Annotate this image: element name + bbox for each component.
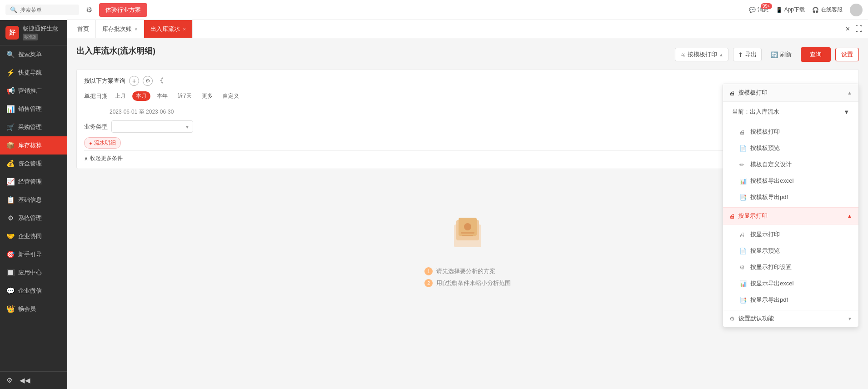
tab-home[interactable]: 首页 xyxy=(71,20,96,38)
content-area: 首页 库存批次账 × 出入库流水 × × ⛶ 出入库流水(流水明细) xyxy=(67,20,868,389)
date-option-more[interactable]: 更多 xyxy=(198,91,216,101)
display-section-icon: 🖨 xyxy=(729,213,735,219)
dropdown-header-text: 按模板打印 xyxy=(738,89,768,97)
app-download-icon: 📱 xyxy=(776,7,783,13)
dropdown-template-print[interactable]: 🖨 按模板打印 xyxy=(723,124,858,140)
purchase-icon: 🛒 xyxy=(6,123,15,131)
tab-inventory-batch-close[interactable]: × xyxy=(135,26,137,32)
template-print-icon: 🖨 xyxy=(739,129,747,135)
tab-inventory-flow-close[interactable]: × xyxy=(183,26,185,32)
tab-inventory-batch-label: 库存批次账 xyxy=(102,25,132,33)
tab-home-label: 首页 xyxy=(77,25,89,33)
display-settings-label: 按显示打印设置 xyxy=(750,263,792,271)
display-excel-label: 按显示导出excel xyxy=(750,279,793,288)
sidebar-item-members[interactable]: 👑 畅会员 xyxy=(0,300,67,318)
dropdown-template-custom[interactable]: ✏ 模板自定义设计 xyxy=(723,156,858,173)
search-menu-icon: 🔍 xyxy=(6,50,15,59)
sidebar-item-enterprise-wechat[interactable]: 💬 企业微信 xyxy=(0,282,67,300)
sidebar-item-label: 营销推广 xyxy=(18,87,42,95)
sidebar-item-label: 搜索菜单 xyxy=(18,50,42,59)
sidebar: 好 畅捷通好生意 标准版 🔍 搜索菜单 ⚡ 快捷导航 📢 营销推广 📊 销售管理 xyxy=(0,20,67,389)
sidebar-item-purchase[interactable]: 🛒 采购管理 xyxy=(0,118,67,136)
date-option-current-month[interactable]: 本月 xyxy=(132,91,150,101)
collapse-more-label: 收起更多条件 xyxy=(90,155,123,162)
sidebar-settings-icon[interactable]: ⚙ xyxy=(6,376,12,384)
date-option-last-month[interactable]: 上月 xyxy=(111,91,130,101)
template-excel-label: 按模板导出excel xyxy=(750,177,793,185)
sidebar-item-label: 企业微信 xyxy=(18,287,42,295)
tab-expand-icon[interactable]: ⛶ xyxy=(853,23,864,35)
display-section-text: 按显示打印 xyxy=(738,212,768,220)
sidebar-item-inventory[interactable]: 📦 库存核算 xyxy=(0,136,67,155)
filter-tag-flow: ● 流水明细 xyxy=(84,137,121,149)
filter-tag-icon: ● xyxy=(89,140,92,146)
dropdown-display-export-excel[interactable]: 📊 按显示导出excel xyxy=(723,275,858,292)
sidebar-item-basic[interactable]: 📋 基础信息 xyxy=(0,191,67,209)
print-button[interactable]: 🖨 按模板打印 ▲ xyxy=(675,48,728,61)
topbar-gear-button[interactable]: ⚙ xyxy=(83,4,95,16)
tab-close-all-icon[interactable]: × xyxy=(844,23,852,35)
sidebar-item-cooperation[interactable]: 🤝 企业协同 xyxy=(0,227,67,245)
main-layout: 好 畅捷通好生意 标准版 🔍 搜索菜单 ⚡ 快捷导航 📢 营销推广 📊 销售管理 xyxy=(0,20,868,389)
dropdown-footer-settings[interactable]: ⚙ 设置默认功能 ▼ xyxy=(723,310,858,327)
dropdown-current-item[interactable]: 当前：出入库流水 ▼ xyxy=(723,104,858,120)
message-button[interactable]: 💬 消息 99+ xyxy=(749,6,768,14)
date-option-custom[interactable]: 自定义 xyxy=(219,91,243,101)
dropdown-template-export-pdf[interactable]: 📑 按模板导出pdf xyxy=(723,189,858,205)
template-preview-icon: 📄 xyxy=(739,145,747,152)
sidebar-item-finance[interactable]: 💰 资金管理 xyxy=(0,155,67,173)
operation-icon: 📈 xyxy=(6,178,15,186)
app-center-icon: 🔲 xyxy=(6,269,15,277)
sidebar-item-sales[interactable]: 📊 销售管理 xyxy=(0,100,67,118)
inventory-icon: 📦 xyxy=(6,141,15,150)
sidebar-item-quick-nav[interactable]: ⚡ 快捷导航 xyxy=(0,64,67,82)
dropdown-current-sub: 当前：出入库流水 ▼ xyxy=(723,102,858,122)
dropdown-header[interactable]: 🖨 按模板打印 ▲ xyxy=(723,84,858,102)
dropdown-display-preview[interactable]: 📄 按显示预览 xyxy=(723,243,858,259)
dropdown-current-arrow: ▼ xyxy=(843,109,849,115)
display-settings-icon: ⚙ xyxy=(739,264,747,271)
sidebar-item-marketing[interactable]: 📢 营销推广 xyxy=(0,82,67,100)
dropdown-template-preview[interactable]: 📄 按模板预览 xyxy=(723,140,858,156)
filter-settings-button[interactable]: ⚙ xyxy=(143,76,153,86)
filter-collapse-button[interactable]: 《 xyxy=(156,76,164,86)
sidebar-menu: 🔍 搜索菜单 ⚡ 快捷导航 📢 营销推广 📊 销售管理 🛒 采购管理 📦 xyxy=(0,45,67,371)
date-option-7days[interactable]: 近7天 xyxy=(174,91,195,101)
step-label-1: 请先选择要分析的方案 xyxy=(436,265,495,277)
dropdown-display-section[interactable]: 🖨 按显示打印 ▲ xyxy=(723,207,858,224)
page-title: 出入库流水(流水明细) xyxy=(76,45,155,56)
template-preview-label: 按模板预览 xyxy=(750,144,780,152)
quick-nav-icon: ⚡ xyxy=(6,69,15,77)
tab-inventory-flow[interactable]: 出入库流水 × xyxy=(144,20,192,38)
query-button[interactable]: 查询 xyxy=(801,47,831,62)
empty-step-1: 1 请先选择要分析的方案 xyxy=(424,265,510,277)
sidebar-item-operation[interactable]: 📈 经营管理 xyxy=(0,173,67,191)
export-button[interactable]: ⬆ 导出 xyxy=(733,48,762,61)
finance-icon: 💰 xyxy=(6,160,15,168)
sidebar-item-search[interactable]: 🔍 搜索菜单 xyxy=(0,45,67,64)
sidebar-item-system[interactable]: ⚙ 系统管理 xyxy=(0,209,67,227)
sidebar-item-app-center[interactable]: 🔲 应用中心 xyxy=(0,264,67,282)
sidebar-collapse-icon[interactable]: ◀◀ xyxy=(20,376,30,384)
filter-date-options: 上月 本月 本年 近7天 更多 自定义 xyxy=(111,91,243,101)
message-icon: 💬 xyxy=(749,7,756,13)
filter-business-select-wrap xyxy=(111,120,193,133)
user-avatar[interactable] xyxy=(850,4,863,16)
topbar-search-box[interactable]: 🔍 xyxy=(5,5,79,15)
settings-button[interactable]: 设置 xyxy=(835,48,859,61)
date-option-current-year[interactable]: 本年 xyxy=(153,91,171,101)
tab-inventory-batch[interactable]: 库存批次账 × xyxy=(96,20,144,38)
app-download-button[interactable]: 📱 App下载 xyxy=(776,6,805,14)
refresh-button[interactable]: 🔄 刷新 xyxy=(766,48,796,61)
online-service-button[interactable]: 🎧 在线客服 xyxy=(812,6,843,14)
industry-solution-button[interactable]: 体验行业方案 xyxy=(99,3,147,17)
topbar-search-input[interactable] xyxy=(20,7,75,13)
sidebar-item-newbie[interactable]: 🎯 新手引导 xyxy=(0,245,67,264)
dropdown-display-export-pdf[interactable]: 📑 按显示导出pdf xyxy=(723,292,858,308)
filter-business-select[interactable] xyxy=(111,120,193,133)
dropdown-template-export-excel[interactable]: 📊 按模板导出excel xyxy=(723,173,858,189)
filter-add-button[interactable]: + xyxy=(129,76,139,86)
dropdown-display-print[interactable]: 🖨 按显示打印 xyxy=(723,226,858,243)
dropdown-display-settings[interactable]: ⚙ 按显示打印设置 xyxy=(723,259,858,275)
members-icon: 👑 xyxy=(6,305,15,313)
